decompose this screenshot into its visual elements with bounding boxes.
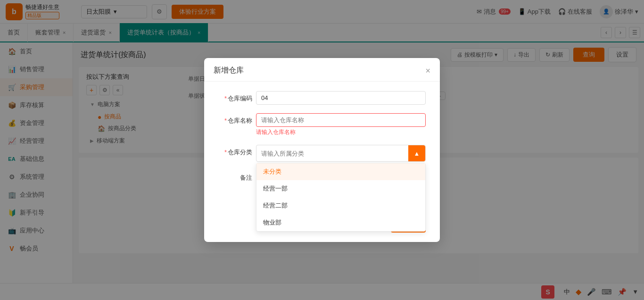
category-field-row: *仓库分类 ▲ 未分类 经营一部 <box>218 145 426 162</box>
category-toggle-button[interactable]: ▲ <box>408 145 425 161</box>
dept3-label: 物业部 <box>263 219 281 226</box>
name-input[interactable] <box>256 113 426 127</box>
dropdown-item-dept1[interactable]: 经营一部 <box>256 180 425 197</box>
name-label: *仓库名称 <box>218 113 256 125</box>
category-input-wrap: ▲ <box>256 145 426 162</box>
dept1-label: 经营一部 <box>263 185 288 192</box>
dropdown-item-dept3[interactable]: 物业部 <box>256 214 425 231</box>
modal-title: 新增仓库 <box>214 66 244 75</box>
category-input[interactable] <box>256 147 408 160</box>
add-warehouse-modal: 新增仓库 × *仓库编码 *仓库名称 请输入仓库名称 <box>204 58 440 242</box>
category-label: *仓库分类 <box>218 145 256 157</box>
uncategorized-label: 未分类 <box>263 168 281 175</box>
modal-overlay: 新增仓库 × *仓库编码 *仓库名称 请输入仓库名称 <box>0 0 644 300</box>
code-field-row: *仓库编码 <box>218 91 426 105</box>
dept2-label: 经营二部 <box>263 202 288 209</box>
code-label: *仓库编码 <box>218 91 256 103</box>
note-label: 备注 <box>218 170 256 182</box>
name-field-wrapper: 请输入仓库名称 <box>256 113 426 136</box>
modal-close-button[interactable]: × <box>425 67 430 75</box>
modal-header: 新增仓库 × <box>204 58 440 82</box>
name-error-msg: 请输入仓库名称 <box>256 128 426 136</box>
code-input[interactable] <box>256 91 426 105</box>
category-wrapper: ▲ 未分类 经营一部 经营二部 <box>256 145 426 162</box>
modal-body: *仓库编码 *仓库名称 请输入仓库名称 *仓库分类 <box>204 82 440 217</box>
name-field-row: *仓库名称 请输入仓库名称 <box>218 113 426 136</box>
chevron-up-icon: ▲ <box>414 150 420 157</box>
category-dropdown: 未分类 经营一部 经营二部 物业部 <box>256 163 426 232</box>
dropdown-item-uncategorized[interactable]: 未分类 <box>256 163 425 180</box>
dropdown-item-dept2[interactable]: 经营二部 <box>256 197 425 214</box>
